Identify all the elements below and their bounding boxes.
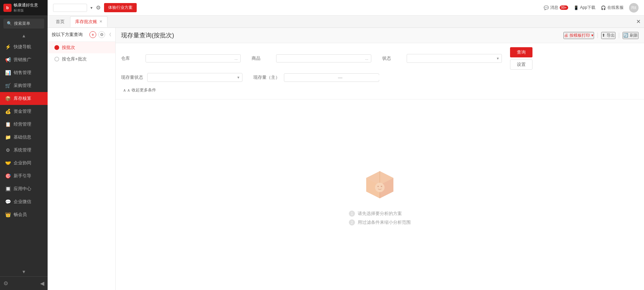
app-info: 畅康通好生意 标准版 bbox=[14, 3, 38, 13]
filter-row-1: 仓库 ... 商品 ... 状态 ▾ bbox=[121, 47, 639, 70]
sidebar-footer: ⚙ ◀ bbox=[0, 276, 48, 290]
app-center-icon: 🔲 bbox=[5, 186, 11, 192]
product-label: 商品 bbox=[252, 55, 272, 61]
sidebar-item-purchase[interactable]: 🛒 采购管理 bbox=[0, 79, 48, 92]
scroll-down-button[interactable]: ▼ bbox=[20, 268, 27, 276]
scheme-dot-active bbox=[54, 45, 59, 50]
sidebar-item-sales[interactable]: 📊 销售管理 bbox=[0, 66, 48, 79]
inventory-qty-to[interactable] bbox=[342, 75, 393, 80]
collapse-icon: ∧ ∧ bbox=[123, 88, 130, 93]
warehouse-input[interactable]: ... bbox=[146, 54, 241, 62]
basic-icon: 📁 bbox=[5, 134, 11, 140]
sidebar-item-inventory[interactable]: 📦 库存核算 bbox=[0, 92, 48, 105]
page-area: 现存量查询(按批次) 🖨 按模板打印 ▾ ⬆ 导出 🔄 bbox=[116, 28, 644, 290]
svg-point-6 bbox=[375, 183, 385, 192]
warehouse-label: 仓库 bbox=[121, 55, 141, 61]
product-input[interactable]: ... bbox=[276, 54, 371, 62]
tabs-close-all-button[interactable]: ✕ bbox=[636, 18, 641, 25]
enterprise-icon: 🤝 bbox=[5, 160, 11, 166]
footer-settings-button[interactable]: ⚙ bbox=[3, 280, 8, 287]
inventory-qty-label: 现存量（主） bbox=[253, 74, 280, 80]
inventory-qty-from[interactable] bbox=[287, 75, 338, 80]
scheme-settings-button[interactable]: ⚙ bbox=[98, 31, 105, 38]
status-label: 状态 bbox=[382, 55, 403, 61]
warehouse-more-icon[interactable]: ... bbox=[235, 56, 238, 60]
print-button[interactable]: 🖨 按模板打印 ▾ bbox=[563, 32, 594, 39]
topbar-settings-button[interactable]: ⚙ bbox=[96, 4, 101, 11]
user-avatar-action[interactable]: Rit bbox=[629, 3, 639, 13]
topbar-dropdown-button[interactable]: ▾ bbox=[90, 5, 92, 10]
sidebar-item-enterprise-wechat[interactable]: 💬 企业微信 bbox=[0, 195, 48, 208]
topbar: ▾ ⚙ 体验行业方案 💬 消息 99+ 📱 App下载 🎧 在线客服 Rit bbox=[48, 0, 644, 16]
tab-close-icon[interactable]: ✕ bbox=[99, 20, 102, 23]
scheme-add-button[interactable]: + bbox=[89, 31, 96, 38]
inventory-status-select[interactable]: ▾ bbox=[147, 73, 242, 82]
sidebar-item-finance[interactable]: 💰 资金管理 bbox=[0, 105, 48, 118]
product-more-icon[interactable]: ... bbox=[365, 56, 368, 60]
export-button[interactable]: ⬆ 导出 bbox=[601, 32, 615, 39]
user-avatar: Rit bbox=[629, 3, 639, 13]
member-icon: 👑 bbox=[5, 212, 11, 218]
sidebar-item-newbie[interactable]: 🎯 新手引导 bbox=[0, 169, 48, 182]
topbar-search-input[interactable] bbox=[53, 4, 87, 12]
sidebar-item-quick-nav[interactable]: ⚡ 快捷导航 bbox=[0, 40, 48, 53]
search-menu-button[interactable]: 🔍 搜索菜单 bbox=[3, 19, 44, 29]
topbar-actions: 💬 消息 99+ 📱 App下载 🎧 在线客服 Rit bbox=[544, 3, 639, 13]
scheme-item-by-warehouse-batch[interactable]: 按仓库+批次 bbox=[48, 53, 115, 65]
scheme-header-actions: + ⚙ 《 bbox=[89, 31, 111, 38]
tab-home[interactable]: 首页 bbox=[51, 17, 69, 27]
industry-btn[interactable]: 体验行业方案 bbox=[104, 3, 137, 12]
page-header: 现存量查询(按批次) 🖨 按模板打印 ▾ ⬆ 导出 🔄 bbox=[116, 28, 644, 43]
scheme-panel: 按以下方案查询 + ⚙ 《 按批次 按仓库+批次 bbox=[48, 28, 116, 290]
divider-1 bbox=[597, 33, 598, 38]
sidebar-item-app-center[interactable]: 🔲 应用中心 bbox=[0, 182, 48, 195]
app-name: 畅康通好生意 bbox=[14, 3, 38, 8]
svg-point-8 bbox=[381, 186, 382, 187]
sidebar-item-member[interactable]: 👑 畅会员 bbox=[0, 208, 48, 221]
online-service-action[interactable]: 🎧 在线客服 bbox=[601, 5, 624, 11]
hint-num-1: 1 bbox=[349, 211, 355, 217]
messages-action[interactable]: 💬 消息 99+ bbox=[544, 5, 568, 11]
app-download-action[interactable]: 📱 App下载 bbox=[574, 5, 595, 11]
system-icon: ⚙ bbox=[5, 147, 11, 153]
refresh-icon: 🔄 bbox=[623, 33, 628, 38]
inventory-icon: 📦 bbox=[5, 95, 11, 102]
page-title: 现存量查询(按批次) bbox=[121, 31, 174, 39]
app-logo: b bbox=[3, 4, 12, 12]
sidebar: b 畅康通好生意 标准版 🔍 搜索菜单 ▲ ⚡ 快捷导航 📢 营销推广 📊 销售… bbox=[0, 0, 48, 290]
sidebar-item-system[interactable]: ⚙ 系统管理 bbox=[0, 144, 48, 157]
empty-hints: 1 请先选择要分析的方案 2 用过滤条件来缩小分析范围 bbox=[349, 211, 411, 225]
sidebar-item-basic[interactable]: 📁 基础信息 bbox=[0, 131, 48, 144]
svg-point-7 bbox=[377, 186, 379, 187]
inventory-qty-range: — bbox=[284, 73, 379, 82]
sidebar-item-operations[interactable]: 📋 经营管理 bbox=[0, 118, 48, 131]
operations-icon: 📋 bbox=[5, 121, 11, 127]
query-button[interactable]: 查询 bbox=[510, 47, 532, 57]
collapse-filter-button[interactable]: ∧ ∧ 收起更多条件 bbox=[121, 85, 639, 95]
purchase-icon: 🛒 bbox=[5, 83, 11, 89]
sidebar-nav: ⚡ 快捷导航 📢 营销推广 📊 销售管理 🛒 采购管理 📦 库存核算 💰 资金管… bbox=[0, 40, 48, 267]
sidebar-item-marketing[interactable]: 📢 营销推广 bbox=[0, 53, 48, 66]
filter-settings-button[interactable]: 设置 bbox=[510, 59, 532, 70]
scheme-item-by-batch[interactable]: 按批次 bbox=[48, 42, 115, 53]
scheme-panel-header: 按以下方案查询 + ⚙ 《 bbox=[48, 28, 115, 42]
filter-row-2: 现存量状态 ▾ 现存量（主） — bbox=[121, 73, 639, 82]
app-version: 标准版 bbox=[14, 8, 38, 13]
sidebar-item-enterprise[interactable]: 🤝 企业协同 bbox=[0, 157, 48, 169]
tab-batch-account[interactable]: 库存批次账 ✕ bbox=[70, 16, 107, 27]
status-dropdown-icon: ▾ bbox=[497, 56, 499, 61]
content-area: 按以下方案查询 + ⚙ 《 按批次 按仓库+批次 现存量查询(按批次) bbox=[48, 28, 644, 290]
sidebar-search-area: 🔍 搜索菜单 bbox=[0, 16, 48, 31]
quick-nav-icon: ⚡ bbox=[5, 44, 11, 50]
status-select[interactable]: ▾ bbox=[407, 54, 502, 63]
scroll-up-button[interactable]: ▲ bbox=[20, 32, 27, 40]
inventory-status-label: 现存量状态 bbox=[121, 74, 143, 80]
tabs-bar: 首页 库存批次账 ✕ ✕ bbox=[48, 16, 644, 28]
footer-collapse-button[interactable]: ◀ bbox=[40, 280, 44, 287]
search-icon: 🔍 bbox=[7, 21, 12, 26]
scheme-collapse-button[interactable]: 《 bbox=[107, 32, 111, 38]
export-icon: ⬆ bbox=[602, 33, 605, 38]
filter-area: 仓库 ... 商品 ... 状态 ▾ bbox=[116, 43, 644, 99]
refresh-button[interactable]: 🔄 刷新 bbox=[623, 32, 639, 39]
scheme-header-label: 按以下方案查询 bbox=[52, 32, 83, 38]
